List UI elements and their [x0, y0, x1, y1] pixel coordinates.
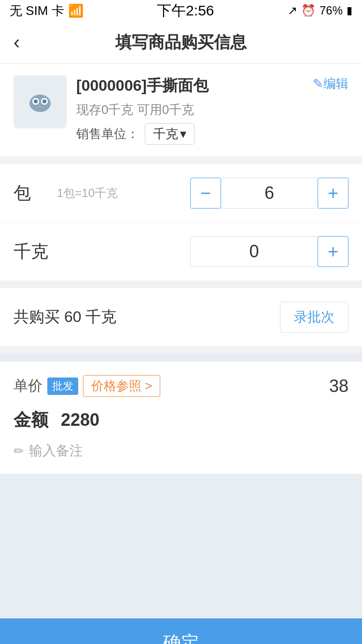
sim-label: 无 SIM 卡	[10, 2, 64, 19]
amount-row: 金额 2280 ✏ 输入备注	[14, 408, 348, 460]
price-label: 单价 批发 价格参照 >	[14, 375, 160, 397]
kg-input-row: 千克 +	[0, 223, 362, 280]
status-right: ↗ ⏰ 76% ▮	[288, 4, 352, 17]
separator-1	[0, 354, 362, 362]
svg-point-3	[34, 99, 38, 103]
package-hint: 1包=10千克	[57, 185, 190, 201]
batch-button[interactable]: 录批次	[280, 302, 348, 333]
product-section: [0000006]手撕面包 ✎编辑 现存0千克 可用0千克 销售单位： 千克 ▾	[0, 64, 362, 156]
note-row[interactable]: ✏ 输入备注	[14, 442, 348, 460]
price-section: 单价 批发 价格参照 > 38 金额 2280 ✏ 输入备注	[0, 362, 362, 474]
alarm-icon: ⏰	[301, 4, 316, 17]
total-label: 共购买 60 千克	[14, 307, 116, 328]
amount-label: 金额 2280	[14, 408, 348, 432]
kg-plus-button[interactable]: +	[318, 236, 348, 267]
kg-controls: +	[190, 236, 348, 267]
battery-icon: ▮	[347, 4, 352, 17]
price-row: 单价 批发 价格参照 > 38	[14, 375, 348, 397]
price-value: 38	[329, 376, 348, 396]
package-controls: − +	[190, 178, 348, 209]
package-quantity-input[interactable]	[221, 178, 318, 209]
kg-quantity-input[interactable]	[190, 236, 318, 267]
svg-point-4	[42, 99, 46, 103]
product-unit-row: 销售单位： 千克 ▾	[76, 123, 348, 145]
pencil-icon: ✏	[14, 444, 24, 459]
package-input-row: 包 1包=10千克 − +	[0, 164, 362, 223]
status-left: 无 SIM 卡 📶	[10, 2, 84, 19]
package-label: 包	[14, 182, 52, 205]
location-icon: ↗	[288, 4, 297, 17]
confirm-button[interactable]: 确定	[0, 618, 362, 644]
product-name: [0000006]手撕面包	[76, 75, 209, 97]
chevron-down-icon: ▾	[180, 126, 186, 141]
back-button[interactable]: ‹	[14, 31, 20, 53]
edit-button[interactable]: ✎编辑	[313, 75, 348, 92]
status-time: 下午2:56	[157, 1, 214, 21]
gray-area	[0, 474, 362, 618]
unit-label: 销售单位：	[76, 126, 139, 142]
price-ref-button[interactable]: 价格参照 >	[83, 375, 160, 397]
battery-label: 76%	[320, 4, 343, 17]
status-bar: 无 SIM 卡 📶 下午2:56 ↗ ⏰ 76% ▮	[0, 0, 362, 21]
wifi-icon: 📶	[68, 3, 84, 18]
input-section: 包 1包=10千克 − + 千克 +	[0, 164, 362, 280]
total-section: 共购买 60 千克 录批次	[0, 288, 362, 346]
product-info: [0000006]手撕面包 ✎编辑 现存0千克 可用0千克 销售单位： 千克 ▾	[76, 75, 348, 145]
product-thumbnail	[14, 75, 67, 128]
product-stock: 现存0千克 可用0千克	[76, 101, 348, 118]
unit-select[interactable]: 千克 ▾	[145, 123, 195, 145]
nav-bar: ‹ 填写商品购买信息	[0, 21, 362, 64]
price-badge: 批发	[47, 378, 78, 395]
page-title: 填写商品购买信息	[115, 31, 247, 54]
kg-label: 千克	[14, 240, 52, 264]
note-placeholder: 输入备注	[29, 442, 83, 460]
package-minus-button[interactable]: −	[190, 178, 221, 209]
package-plus-button[interactable]: +	[318, 178, 348, 209]
svg-point-0	[29, 95, 51, 112]
